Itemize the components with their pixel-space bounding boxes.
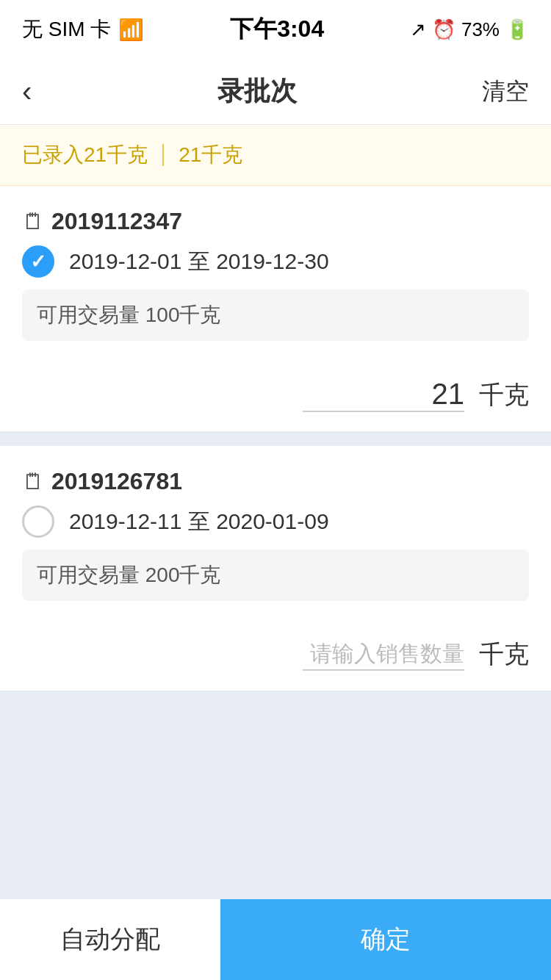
auto-distribute-button[interactable]: 自动分配 xyxy=(0,899,220,980)
batch1-unit: 千克 xyxy=(479,378,529,412)
page-title: 录批次 xyxy=(217,73,297,109)
batch1-icon: 🗒 xyxy=(22,209,44,234)
batch1-underline xyxy=(303,411,464,412)
batch1-quantity-row: 21 千克 xyxy=(0,363,551,419)
batch2-input-placeholder[interactable]: 请输入销售数量 xyxy=(310,639,464,669)
batch2-unit: 千克 xyxy=(479,638,529,671)
batch2-quantity-row: 请输入销售数量 千克 xyxy=(0,623,551,679)
nav-bar: ‹ 录批次 清空 xyxy=(0,59,551,125)
batch2-underline xyxy=(303,669,464,671)
wifi-icon: 📶 xyxy=(118,18,144,42)
batch2-icon: 🗒 xyxy=(22,469,44,494)
status-left: 无 SIM 卡 📶 xyxy=(22,15,144,43)
batch2-available: 可用交易量 200千克 xyxy=(22,550,529,601)
total-amount: 21千克 xyxy=(179,141,242,169)
confirm-button[interactable]: 确定 xyxy=(220,899,551,980)
back-button[interactable]: ‹ xyxy=(22,75,32,108)
banner-divider xyxy=(162,144,164,166)
sim-text: 无 SIM 卡 xyxy=(22,15,111,43)
battery-icon: 🔋 xyxy=(505,18,529,41)
batch1-id: 2019112347 xyxy=(51,208,182,235)
batch2-date: 2019-12-11 至 2020-01-09 xyxy=(69,507,329,537)
batch2-id: 2019126781 xyxy=(51,468,182,495)
info-banner: 已录入21千克 21千克 xyxy=(0,125,551,186)
battery-text: 73% xyxy=(461,18,500,41)
status-bar: 无 SIM 卡 📶 下午3:04 ↗ ⏰ 73% 🔋 xyxy=(0,0,551,59)
separator-2 xyxy=(0,691,551,705)
batch1-date-row: 2019-12-01 至 2019-12-30 xyxy=(22,245,529,278)
batch1-quantity-value: 21 xyxy=(432,378,465,411)
batch1-id-row: 🗒 2019112347 xyxy=(22,208,529,235)
batch-card-2: 🗒 2019126781 2019-12-11 至 2020-01-09 可用交… xyxy=(0,446,551,691)
batch1-available: 可用交易量 100千克 xyxy=(22,289,529,341)
alarm-icon: ⏰ xyxy=(432,18,455,41)
location-icon: ↗ xyxy=(410,18,426,41)
clear-button[interactable]: 清空 xyxy=(482,76,529,108)
bottom-buttons: 自动分配 确定 xyxy=(0,899,551,980)
recorded-amount: 已录入21千克 xyxy=(22,141,148,169)
batch-card-1: 🗒 2019112347 2019-12-01 至 2019-12-30 可用交… xyxy=(0,186,551,431)
batch1-radio[interactable] xyxy=(22,245,54,278)
status-right: ↗ ⏰ 73% 🔋 xyxy=(410,18,529,41)
batch1-date: 2019-12-01 至 2019-12-30 xyxy=(69,247,329,277)
status-time: 下午3:04 xyxy=(230,13,324,46)
separator-1 xyxy=(0,431,551,446)
batch2-id-row: 🗒 2019126781 xyxy=(22,468,529,495)
batch2-date-row: 2019-12-11 至 2020-01-09 xyxy=(22,505,529,538)
batch2-radio[interactable] xyxy=(22,505,54,538)
